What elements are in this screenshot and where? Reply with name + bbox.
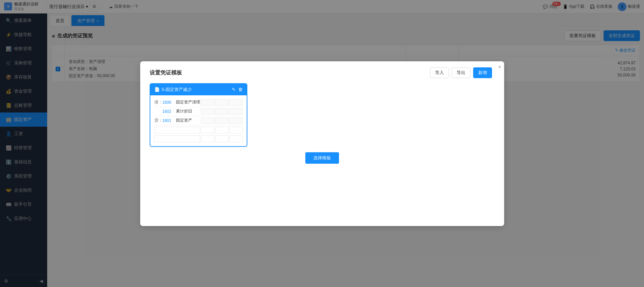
empty-cell-3 [229, 127, 243, 133]
modal-body: 📄 5-固定资产减少 ✎ 🗑 [150, 83, 495, 218]
select-template-area: 选择模板 [150, 152, 495, 164]
modal-overlay: × 设置凭证模板 导入 导出 新增 [47, 26, 644, 287]
entry-name-1: 固定资产清理 [176, 99, 201, 105]
entry-col-h [215, 118, 228, 124]
entry-code-3: 1601 [162, 118, 176, 123]
entry-col-d [201, 108, 214, 115]
page-content: ◀ 生成的凭证预览 批量凭证模板 全部生成凭证 [47, 26, 644, 287]
template-doc-icon: 📄 [154, 87, 160, 92]
entry-row-2: 1602 累计折旧 [154, 107, 243, 116]
template-name: 5-固定资产减少 [162, 87, 192, 93]
entry-col-a [201, 99, 214, 105]
entry-cols-3 [201, 118, 243, 124]
entry-direction-3: 贷： [154, 118, 162, 123]
entry-direction-1: 借： [154, 99, 162, 105]
import-button[interactable]: 导入 [430, 67, 449, 78]
select-template-button[interactable]: 选择模板 [305, 152, 339, 164]
modal-title: 设置凭证模板 [150, 69, 182, 76]
empty-cell-5 [215, 135, 228, 142]
new-button[interactable]: 新增 [473, 67, 492, 78]
entry-col-f [229, 108, 243, 115]
empty-cell-4 [201, 135, 214, 142]
modal-actions: 导入 导出 新增 [430, 67, 492, 78]
entry-col-b [215, 99, 228, 105]
empty-cell-2 [215, 127, 228, 133]
entry-col-g [201, 118, 214, 124]
content-area: 首页 资产管理 × ◀ 生成的凭证预览 批 [47, 13, 644, 287]
template-card-body: 借： 1606 固定资产清理 [150, 95, 247, 146]
entry-code-1: 1606 [162, 100, 176, 105]
entry-cols-1 [201, 99, 243, 105]
entry-col-c [229, 99, 243, 105]
template-card-actions: ✎ 🗑 [232, 87, 243, 92]
template-header-left: 📄 5-固定资产减少 [154, 87, 192, 93]
modal-close-button[interactable]: × [498, 64, 501, 70]
empty-cell-6 [229, 135, 243, 142]
entry-col-i [229, 118, 243, 124]
entry-name-2: 累计折旧 [176, 108, 201, 114]
empty-row-1 [154, 127, 243, 135]
entry-name-3: 固定资产 [176, 118, 201, 123]
entry-col-e [215, 108, 228, 115]
export-button[interactable]: 导出 [452, 67, 470, 78]
template-card: 📄 5-固定资产减少 ✎ 🗑 [150, 83, 247, 147]
modal-dialog: × 设置凭证模板 导入 导出 新增 [140, 61, 504, 226]
template-card-header: 📄 5-固定资产减少 ✎ 🗑 [150, 84, 247, 95]
entry-cols-2 [201, 108, 243, 115]
entry-row-3: 贷： 1601 固定资产 [154, 116, 243, 125]
template-edit-icon[interactable]: ✎ [232, 87, 236, 92]
empty-row-2 [154, 135, 243, 144]
template-delete-icon[interactable]: 🗑 [238, 87, 243, 92]
entry-code-2: 1602 [162, 109, 176, 114]
entry-row-1: 借： 1606 固定资产清理 [154, 98, 243, 107]
empty-cell-1 [201, 127, 214, 133]
